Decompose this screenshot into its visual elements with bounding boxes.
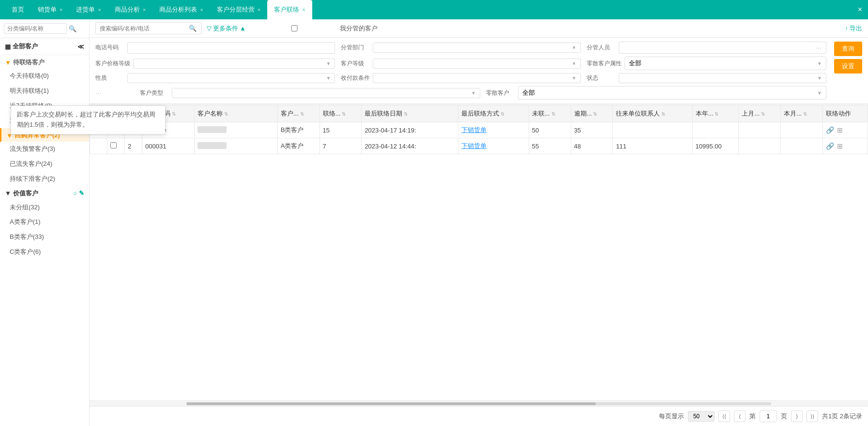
sidebar-value-customers[interactable]: ▼ 价值客户 ○ ✎: [0, 187, 89, 200]
manager-select[interactable]: ···: [619, 42, 826, 54]
sort-icon-unit[interactable]: ⇅: [661, 111, 665, 117]
row1-last-contact-date: 2023-04-17 14:19:: [362, 122, 458, 138]
sort-icon-contact[interactable]: ⇅: [342, 111, 346, 117]
sort-icon-date[interactable]: ⇅: [404, 111, 408, 117]
my-customers-checkbox[interactable]: [251, 25, 338, 31]
sort-icon-overdue[interactable]: ⇅: [593, 111, 597, 117]
more-conditions-button[interactable]: ▽ 更多条件 ▲: [207, 24, 246, 33]
retail-customer-select[interactable]: 全部 ▼: [518, 86, 826, 100]
customer-tier-select[interactable]: ▼: [373, 59, 580, 69]
col-last-month-header[interactable]: 上月... ⇅: [739, 105, 781, 122]
sidebar-item-class-a[interactable]: A类客户(1): [0, 215, 89, 230]
sidebar-item-tomorrow[interactable]: 明天待联络(1): [0, 84, 89, 99]
close-tab-sales-icon[interactable]: ×: [60, 7, 62, 13]
page-size-select[interactable]: 50 20 100: [688, 411, 715, 422]
dept-select[interactable]: ▼: [373, 43, 580, 53]
sort-icon-category[interactable]: ⇅: [300, 111, 304, 117]
col-this-year-header[interactable]: 本年... ⇅: [692, 105, 739, 122]
col-unit-contact-header[interactable]: 往来单位联系人 ⇅: [613, 105, 692, 122]
filter-row-1: 电话号码 分管部门 ▼ 分管人员: [95, 42, 826, 54]
sidebar-item-today[interactable]: 今天待联络(0): [0, 69, 89, 84]
tab-home[interactable]: 首页: [5, 0, 31, 19]
horizontal-scrollbar[interactable]: [90, 400, 868, 406]
my-customers-checkbox-label[interactable]: 我分管的客户: [251, 24, 378, 33]
payment-select[interactable]: ▼: [373, 73, 580, 83]
status-select[interactable]: ▼: [619, 73, 826, 83]
main-search-icon[interactable]: 🔍: [189, 25, 197, 32]
filter-retail-attr: 零散客户属性 全部 ▼: [587, 57, 826, 70]
collapse-icon[interactable]: ≪: [77, 43, 84, 50]
tab-sales[interactable]: 销货单 ×: [31, 0, 69, 19]
sidebar-item-declining[interactable]: 持续下滑客户(2): [0, 172, 89, 187]
col-contact-header[interactable]: 联络... ⇅: [320, 105, 362, 122]
sort-icon-last-month[interactable]: ⇅: [761, 111, 765, 117]
last-page-button[interactable]: ⟩⟩: [807, 411, 818, 422]
row2-checkbox[interactable]: [107, 138, 125, 154]
sidebar-item-ungrouped[interactable]: 未分组(32): [0, 200, 89, 215]
nature-select[interactable]: ▼: [127, 73, 335, 83]
dept-select-chevron: ▼: [572, 45, 577, 50]
col-last-contact-date-header[interactable]: 最后联络日期 ⇅: [362, 105, 458, 122]
row2-link-icon[interactable]: 🔗: [826, 142, 834, 150]
col-this-month-header[interactable]: 本月... ⇅: [781, 105, 823, 122]
close-tab-purchase-icon[interactable]: ×: [98, 7, 101, 13]
row2-last-contact-method[interactable]: 下销货单: [458, 138, 529, 154]
scroll-track[interactable]: [186, 402, 771, 405]
sidebar-all-customers[interactable]: ▦ 全部客户 ≪: [0, 38, 89, 55]
close-tab-customer-contact-icon[interactable]: ×: [302, 7, 305, 13]
sort-icon-name[interactable]: ⇅: [224, 111, 228, 117]
sort-icon-not-contact[interactable]: ⇅: [551, 111, 555, 117]
col-last-contact-method-header[interactable]: 最后联络方式 ⇅: [458, 105, 529, 122]
row2-code[interactable]: 000031: [142, 138, 195, 154]
customer-type-select[interactable]: ▼: [172, 88, 480, 98]
more-filters-dots[interactable]: ···: [95, 89, 102, 97]
sort-icon-year[interactable]: ⇅: [715, 111, 718, 117]
manager-dots-icon[interactable]: ···: [815, 44, 822, 51]
next-page-button[interactable]: ⟩: [791, 411, 803, 422]
tab-analysis[interactable]: 商品分析 ×: [108, 0, 152, 19]
col-category-header[interactable]: 客户... ⇅: [277, 105, 320, 122]
row2-name: [195, 138, 277, 154]
col-not-contact-header[interactable]: 未联... ⇅: [529, 105, 571, 122]
tab-purchase[interactable]: 进货单 ×: [69, 0, 107, 19]
price-tier-select[interactable]: ▼: [133, 59, 335, 69]
tab-customer-contact[interactable]: 客户联络 ×: [267, 0, 312, 19]
row2-select-checkbox[interactable]: [110, 142, 117, 148]
sort-icon-this-month[interactable]: ⇅: [803, 111, 807, 117]
row1-grid-icon[interactable]: ⊞: [837, 126, 843, 134]
col-name-header[interactable]: 客户名称 ⇅: [195, 105, 277, 122]
sidebar-item-lost[interactable]: 已流失客户(24): [0, 157, 89, 172]
prev-page-button[interactable]: ⟨: [734, 411, 746, 422]
row2-grid-icon[interactable]: ⊞: [837, 142, 843, 150]
tab-analysis-list[interactable]: 商品分析列表 ×: [152, 0, 210, 19]
sidebar-item-class-c[interactable]: C类客户(6): [0, 245, 89, 260]
export-button[interactable]: ↑ 导出: [845, 24, 863, 33]
query-button[interactable]: 查询: [834, 42, 862, 56]
window-close-button[interactable]: ×: [858, 5, 862, 14]
edit-icon[interactable]: ✎: [79, 190, 84, 197]
close-tab-analysis-list-icon[interactable]: ×: [200, 7, 203, 13]
sort-icon-code[interactable]: ⇅: [172, 111, 176, 117]
retail-attr-select[interactable]: 全部 ▼: [624, 57, 826, 70]
filter-buttons: 查询 设置: [834, 42, 862, 100]
circle-icon[interactable]: ○: [73, 190, 77, 197]
tab-customer-tier[interactable]: 客户分层经营 ×: [210, 0, 267, 19]
close-tab-customer-tier-icon[interactable]: ×: [258, 7, 260, 13]
row1-last-contact-method[interactable]: 下销货单: [458, 122, 529, 138]
page-number-input[interactable]: [760, 411, 777, 422]
sidebar-search-icon[interactable]: 🔍: [69, 25, 76, 32]
close-tab-analysis-icon[interactable]: ×: [143, 7, 146, 13]
row1-link-icon[interactable]: 🔗: [826, 126, 834, 134]
scroll-thumb[interactable]: [186, 402, 596, 405]
sidebar-item-loss-warning[interactable]: 流失预警客户(3): [0, 142, 89, 157]
row2-this-year: 10995.00: [692, 138, 739, 154]
settings-button[interactable]: 设置: [834, 59, 862, 73]
sidebar-section-pending[interactable]: ▼ 待联络客户: [0, 55, 89, 69]
main-search-input[interactable]: [100, 25, 187, 32]
phone-input[interactable]: [127, 42, 335, 54]
sort-icon-method[interactable]: ⇅: [501, 111, 504, 117]
sidebar-search-input[interactable]: [4, 23, 67, 34]
col-overdue-header[interactable]: 逾期... ⇅: [571, 105, 613, 122]
sidebar-item-class-b[interactable]: B类客户(33): [0, 230, 89, 245]
first-page-button[interactable]: ⟨⟨: [718, 411, 730, 422]
